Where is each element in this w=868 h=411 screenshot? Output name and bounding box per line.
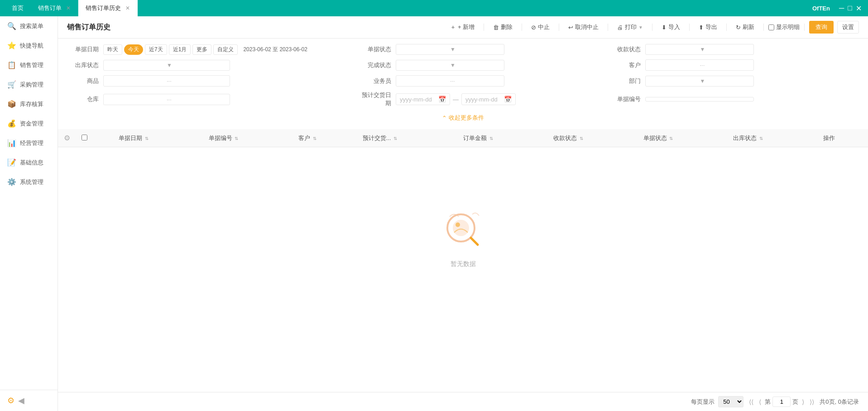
- complete-status-control: ▼: [396, 60, 609, 71]
- stock-out-select[interactable]: ▼: [103, 60, 230, 71]
- settings-button[interactable]: 设置: [837, 21, 859, 34]
- refresh-button[interactable]: ↻ 刷新: [731, 21, 759, 33]
- tab-sales-order-history-close[interactable]: ✕: [125, 5, 130, 11]
- sidebar-item-ops-mgmt[interactable]: 📊 经营管理: [0, 133, 58, 153]
- show-details-checkbox[interactable]: [768, 24, 774, 30]
- product-dots[interactable]: ···: [165, 77, 226, 84]
- sort-receipt-icon[interactable]: ⇅: [580, 136, 583, 141]
- sort-delivery-icon[interactable]: ⇅: [393, 136, 397, 141]
- sys-mgmt-icon: ⚙️: [7, 178, 16, 186]
- date-tag-more[interactable]: 更多: [192, 44, 211, 55]
- maximize-button[interactable]: □: [846, 3, 854, 13]
- divider-8: [763, 24, 764, 31]
- sidebar-settings-button[interactable]: ⚙: [7, 396, 14, 406]
- cancel-stop-label: 取消中止: [575, 23, 599, 31]
- import-icon: ⬇: [662, 24, 667, 31]
- first-page-button[interactable]: ⟨⟨: [747, 397, 755, 406]
- sidebar-item-inventory-mgmt-label: 库存核算: [20, 100, 43, 108]
- stop-button[interactable]: ⊘ 中止: [527, 21, 554, 33]
- tab-sales-order-close[interactable]: ✕: [66, 5, 71, 11]
- stop-icon: ⊘: [531, 24, 536, 31]
- sidebar-item-purchase-mgmt[interactable]: 🛒 采购管理: [0, 75, 58, 94]
- filter-row-4: 仓库 ··· 预计交货日期 yyyy-mm-dd 📅 —: [67, 91, 859, 107]
- import-button[interactable]: ⬇ 导入: [657, 21, 685, 33]
- content-area: 销售订单历史 ＋ + 新增 🗑 删除 ⊘ 中止 ↩: [58, 16, 868, 411]
- delete-button[interactable]: 🗑 删除: [489, 21, 517, 33]
- col-checkbox: [76, 129, 113, 147]
- product-select[interactable]: ···: [103, 75, 230, 87]
- select-all-checkbox[interactable]: [82, 135, 87, 140]
- tab-sales-order-history[interactable]: 销售订单历史 ✕: [78, 0, 138, 16]
- date-tag-today[interactable]: 今天: [124, 44, 143, 55]
- date-tag-custom[interactable]: 自定义: [213, 44, 238, 55]
- col-customer: 客户 ⇅: [293, 129, 357, 147]
- salesperson-dots[interactable]: ···: [448, 77, 500, 84]
- delivery-date-from[interactable]: yyyy-mm-dd 📅: [396, 93, 450, 105]
- col-customer-label: 客户: [298, 135, 310, 141]
- sidebar-item-search-menu[interactable]: 🔍 搜索菜单: [0, 16, 58, 36]
- export-button[interactable]: ⬆ 导出: [694, 21, 722, 33]
- date-tag-7days[interactable]: 近7天: [145, 44, 167, 55]
- next-page-button[interactable]: ⟩: [800, 397, 806, 406]
- sort-doc-status-icon[interactable]: ⇅: [669, 136, 673, 141]
- customer-dots[interactable]: ···: [698, 62, 750, 68]
- doc-status-select[interactable]: ▼: [396, 44, 504, 55]
- date-tag-yesterday[interactable]: 昨天: [103, 44, 122, 55]
- tab-sales-order-label: 销售订单: [38, 4, 62, 12]
- sidebar-item-purchase-mgmt-label: 采购管理: [20, 81, 43, 89]
- quick-nav-icon: ⭐: [7, 41, 16, 50]
- sidebar-item-base-info[interactable]: 📝 基础信息: [0, 153, 58, 172]
- warehouse-select[interactable]: ···: [103, 94, 230, 105]
- doc-status-control: ▼: [396, 44, 609, 55]
- sort-stock-out-icon[interactable]: ⇅: [759, 136, 763, 141]
- sidebar-item-inventory-mgmt[interactable]: 📦 库存核算: [0, 94, 58, 114]
- complete-status-select[interactable]: ▼: [396, 60, 504, 71]
- prev-page-button[interactable]: ⟨: [757, 397, 763, 406]
- sort-doc-number-icon[interactable]: ⇅: [235, 136, 238, 141]
- print-button[interactable]: 🖨 打印 ▼: [613, 21, 647, 33]
- sort-customer-icon[interactable]: ⇅: [313, 136, 317, 141]
- table-header: ⚙ 单据日期 ⇅ 单据编号 ⇅: [58, 129, 868, 147]
- new-icon: ＋: [450, 23, 456, 31]
- page-number-input[interactable]: [772, 396, 791, 407]
- tab-sales-order-history-label: 销售订单历史: [86, 4, 121, 12]
- page-prefix-label: 第: [765, 398, 771, 406]
- department-select[interactable]: ▼: [645, 76, 754, 87]
- show-details-checkbox-container[interactable]: 显示明细: [768, 23, 800, 31]
- date-tag-1month[interactable]: 近1月: [169, 44, 191, 55]
- tab-sales-order[interactable]: 销售订单 ✕: [31, 0, 78, 16]
- sort-amount-icon[interactable]: ⇅: [489, 136, 493, 141]
- page-unit-label: 页: [792, 398, 798, 406]
- last-page-button[interactable]: ⟩⟩: [808, 397, 816, 406]
- date-dash: —: [453, 96, 459, 103]
- filter-row-1: 单据日期 昨天 今天 近7天 近1月 更多 自定义 2023-06-02 至 2…: [67, 44, 859, 55]
- delivery-date-input-group: yyyy-mm-dd 📅 — yyyy-mm-dd 📅: [396, 93, 516, 105]
- per-page-select[interactable]: 10 20 50 100: [718, 396, 743, 407]
- sales-mgmt-icon: 📋: [7, 61, 16, 69]
- sidebar-item-finance-mgmt[interactable]: 💰 资金管理: [0, 114, 58, 133]
- tab-home[interactable]: 首页: [5, 0, 31, 16]
- col-expected-delivery: 预计交货... ⇅: [357, 129, 458, 147]
- query-button[interactable]: 查询: [809, 21, 834, 34]
- sidebar-item-quick-nav[interactable]: ⭐ 快捷导航: [0, 36, 58, 55]
- customer-select[interactable]: ···: [645, 59, 754, 71]
- doc-number-input[interactable]: [645, 97, 754, 102]
- delivery-date-to[interactable]: yyyy-mm-dd 📅: [461, 93, 516, 105]
- per-page-label: 每页显示: [691, 398, 715, 406]
- sort-doc-date-icon[interactable]: ⇅: [145, 136, 149, 141]
- minimize-button[interactable]: ─: [837, 3, 846, 13]
- close-button[interactable]: ✕: [854, 3, 863, 14]
- doc-date-label: 单据日期: [67, 45, 103, 53]
- sidebar-collapse-button[interactable]: ◀: [18, 396, 24, 406]
- table-footer: 每页显示 10 20 50 100 ⟨⟨ ⟨ 第 页 ⟩ ⟩⟩ 共0页, 0条记…: [58, 392, 868, 411]
- sidebar-item-sales-mgmt[interactable]: 📋 销售管理: [0, 55, 58, 75]
- salesperson-select[interactable]: ···: [396, 75, 504, 87]
- warehouse-dots[interactable]: ···: [165, 96, 226, 103]
- table-settings-icon[interactable]: ⚙: [64, 134, 70, 142]
- new-button[interactable]: ＋ + 新增: [446, 21, 479, 33]
- receipt-status-select[interactable]: ▼: [645, 44, 754, 55]
- sidebar-item-sys-mgmt[interactable]: ⚙️ 系统管理: [0, 172, 58, 192]
- collapse-button[interactable]: ⌃ 收起更多条件: [442, 112, 484, 124]
- cancel-stop-button[interactable]: ↩ 取消中止: [564, 21, 603, 33]
- col-order-amount: 订单金额 ⇅: [458, 129, 548, 147]
